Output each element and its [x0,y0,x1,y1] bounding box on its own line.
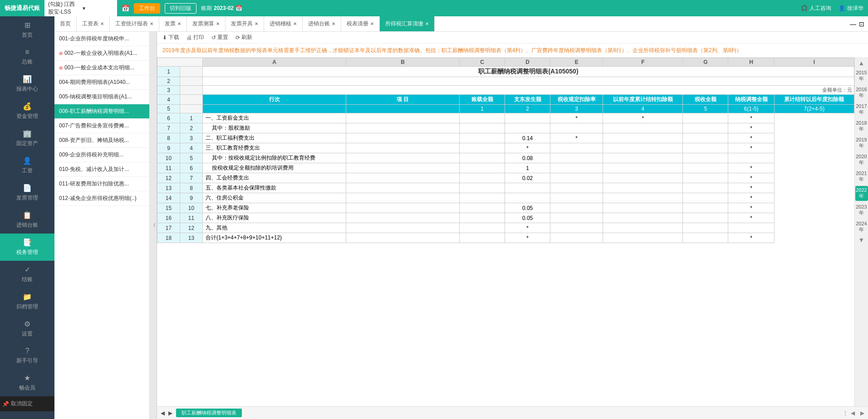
left-panel-item-004[interactable]: 004-期间费用明细表(A1040... [54,75,149,90]
tab-payroll[interactable]: 工资表✕ [77,16,110,32]
assets-icon: 🏢 [23,129,32,138]
col-D: D [505,58,550,67]
tab-close-sales-ledger[interactable]: ✕ [332,21,335,26]
sidebar-item-reports[interactable]: 📊 报表中心 [0,70,54,97]
year-2022[interactable]: 2022年 [855,186,868,201]
pin-icon: 📌 [2,401,9,407]
tab-sales-audit[interactable]: 进销稽核✕ [264,16,303,32]
app-logo: 畅捷通易代账 [5,4,40,12]
sidebar-item-tax[interactable]: 📑 税务管理 [0,234,54,261]
sidebar-item-archive[interactable]: 📁 归档管理 [0,288,54,315]
sidebar-item-assets[interactable]: 🏢 固定资产 [0,125,54,152]
reset-button[interactable]: ↺ 重置 [211,34,228,41]
print-button[interactable]: 🖨 打印 [186,34,204,41]
spreadsheet-area[interactable]: A B C D E F G H I [157,58,854,406]
tab-income-tax[interactable]: 所得税汇算清缴✕ [380,16,435,32]
company-selector[interactable]: (勾旋) 江西股宝-LSS ▼ [44,0,117,17]
left-panel-item-008[interactable]: 008-资产折旧、摊销及纳税... [54,133,149,148]
tab-close-income-tax[interactable]: ✕ [425,21,429,26]
sidebar-item-salary[interactable]: 👤 工资 [0,152,54,179]
tab-invoice-open[interactable]: 发票开具✕ [226,16,264,32]
tab-maximize-icon[interactable]: ⊡ [859,20,864,28]
tab-invoice-calc[interactable]: 发票测算✕ [187,16,226,32]
scroll-left-icon[interactable]: ◀ [851,410,855,416]
year-2020[interactable]: 2020年 [855,152,868,167]
workbench-button[interactable]: 工作台 [134,3,160,14]
tab-invoice[interactable]: 发票✕ [159,16,187,32]
year-2017[interactable]: 2017年 [855,102,868,117]
scroll-right-icon[interactable]: ▶ [860,410,864,416]
left-panel-item-003[interactable]: ⊘003-一般企业成本支出明细... [54,61,149,75]
left-panel-item-011[interactable]: 011-研发费用加计扣除优惠... [54,177,149,191]
tab-close-invoice-open[interactable]: ✕ [255,21,258,26]
scroll-up-arrow[interactable]: ▲ [858,59,865,67]
period-label: 账期 2023-02 📅 [201,5,242,12]
left-panel-item-006[interactable]: 006-职工薪酬纳税调整明细... [54,104,149,119]
tab-home[interactable]: 首页 [54,16,77,32]
more-icon[interactable]: ⋮ [843,410,848,416]
row-num-5: 5 [157,105,180,113]
panel-collapse-button[interactable]: 《 [150,32,157,419]
content-area: 首页 工资表✕ 工资统计报表✕ 发票✕ 发票测算✕ 发票开具✕ 进销稽核✕ 进销… [54,16,868,419]
year-2016[interactable]: 2016年 [855,85,868,100]
sidebar-item-invoice[interactable]: 📄 发票管理 [0,179,54,206]
home-icon: ⊞ [25,21,30,29]
header-c2: 支东发生额 [505,95,550,105]
year-2018[interactable]: 2018年 [855,119,868,134]
year-2019[interactable]: 2019年 [855,136,868,151]
user-icon: 👤 [839,5,845,11]
tab-tax-forms[interactable]: 税表清册✕ [341,16,380,32]
tab-close-payroll[interactable]: ✕ [100,21,104,26]
scroll-down-arrow[interactable]: ▼ [858,236,865,244]
tab-minimize-icon[interactable]: — [850,20,856,28]
col-num-6: 6(1-5) [728,105,774,113]
period-calendar-icon[interactable]: 📅 [235,5,242,11]
left-panel-item-001[interactable]: 001-企业所得税年度纳税申... [54,32,149,46]
tab-close-payroll-stats[interactable]: ✕ [150,21,153,26]
left-panel-item-009[interactable]: 009-企业所得税补充明细... [54,148,149,162]
header-c7: 累计结转以后年度扣除额 [774,95,854,105]
back-button[interactable]: 切到旧版 [165,3,196,14]
tab-close-invoice-calc[interactable]: ✕ [216,21,220,26]
sidebar-item-settings[interactable]: ⚙ 设置 [0,315,54,342]
tab-payroll-stats[interactable]: 工资统计报表✕ [110,16,159,32]
sidebar-item-sales[interactable]: 📋 进销台账 [0,206,54,234]
col-E: E [550,58,603,67]
refresh-button[interactable]: ⟳ 刷新 [235,34,252,41]
table-row: 7 2 其中：股权激励 * [157,123,854,133]
salary-icon: 👤 [23,156,32,165]
left-panel-item-005[interactable]: 005-纳税调整项目明细表(A1... [54,90,149,104]
download-button[interactable]: ⬇ 下载 [162,34,179,41]
sub-content: 001-企业所得税年度纳税申... ⊘002-一般企业收入明细表(A1... ⊘… [54,32,868,419]
top-bar-right: 🎧 人工咨询 👤 徐泽华 [801,5,863,12]
cancel-pin-button[interactable]: 📌 取消固定 [0,396,54,411]
error-icon-003: ⊘ [59,65,63,70]
tab-close-sales-audit[interactable]: ✕ [293,21,297,26]
tab-close-invoice[interactable]: ✕ [177,21,181,26]
archive-icon: 📁 [23,292,32,301]
year-2015[interactable]: 2015年 [855,68,868,83]
sidebar: ⊞ 首页 ≡ 总账 📊 报表中心 💰 资金管理 🏢 固定资产 👤 工资 📄 发票… [0,16,54,419]
sheet-tab[interactable]: 职工薪酬纳税调整明细表 [176,409,242,417]
year-2024[interactable]: 2024年 [855,219,868,234]
year-2023[interactable]: 2023年 [855,203,868,218]
top-bar: 畅捷通易代账 (勾旋) 江西股宝-LSS ▼ 📅 工作台 切到旧版 账期 202… [0,0,868,16]
tab-close-tax-forms[interactable]: ✕ [370,21,374,26]
year-2021[interactable]: 2021年 [855,169,868,184]
row-num-4: 4 [157,95,180,105]
sidebar-item-guide[interactable]: ? 新手引导 [0,342,54,369]
support-button[interactable]: 🎧 人工咨询 [801,5,831,12]
user-menu[interactable]: 👤 徐泽华 [839,5,863,12]
left-panel-item-007[interactable]: 007-广告费和业务宣传费摊... [54,119,149,133]
left-panel-item-002[interactable]: ⊘002-一般企业收入明细表(A1... [54,46,149,61]
left-panel-item-012[interactable]: 012-减免企业所得税优惠明细(..) [54,191,149,206]
next-sheet-icon[interactable]: ▶ [168,410,172,416]
sidebar-item-close[interactable]: ✓ 结账 [0,261,54,288]
prev-sheet-icon[interactable]: ◀ [161,410,165,416]
sidebar-item-member[interactable]: ★ 畅会员 [0,369,54,396]
sidebar-item-home[interactable]: ⊞ 首页 [0,16,54,44]
sidebar-item-funds[interactable]: 💰 资金管理 [0,97,54,125]
tab-sales-ledger[interactable]: 进销台账✕ [303,16,341,32]
sidebar-item-ledger[interactable]: ≡ 总账 [0,44,54,70]
left-panel-item-010[interactable]: 010-免税、减计收入及加计... [54,162,149,177]
